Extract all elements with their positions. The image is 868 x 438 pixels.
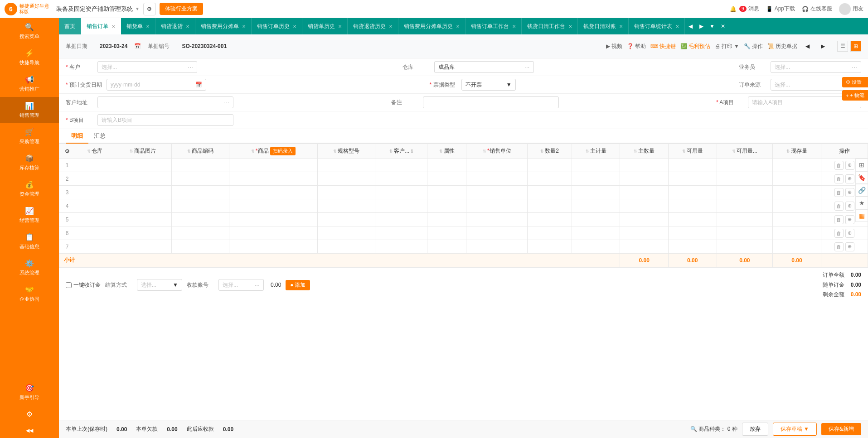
row-warehouse-cell[interactable]: [75, 213, 114, 226]
sidebar-collapse-button[interactable]: ◀◀: [0, 423, 59, 438]
row-available-cell[interactable]: [669, 159, 717, 172]
tab-sales-order[interactable]: 销售订单 ✕: [81, 18, 121, 34]
sidebar-item-inventory[interactable]: 📦 库存核算: [0, 149, 59, 176]
tab-menu-button[interactable]: ▼: [707, 18, 718, 34]
row-available2-cell[interactable]: [717, 240, 773, 254]
row-qty2-cell[interactable]: [528, 172, 572, 186]
row-unit-cell[interactable]: [466, 172, 528, 186]
th-unit[interactable]: ⇅*销售单位: [466, 144, 528, 159]
row-copy-button[interactable]: ⊕: [845, 188, 854, 197]
row-current-cell[interactable]: [773, 186, 821, 199]
th-qty2[interactable]: ⇅数量2: [528, 144, 572, 159]
row-main-unit-cell[interactable]: [572, 199, 620, 213]
row-attr-cell[interactable]: [427, 213, 466, 226]
tab-detail[interactable]: 明细: [66, 129, 88, 144]
row-spec-cell[interactable]: [317, 240, 375, 254]
row-qty2-cell[interactable]: [528, 226, 572, 240]
row-code-cell[interactable]: [172, 199, 229, 213]
shortcut-button[interactable]: ⌨ 快捷键: [650, 43, 676, 50]
row-current-cell[interactable]: [773, 159, 821, 172]
sidebar-item-finance[interactable]: 💰 资金管理: [0, 176, 59, 202]
row-unit-cell[interactable]: [466, 240, 528, 254]
row-qty2-cell[interactable]: [528, 159, 572, 172]
th-product[interactable]: ⇅*商品 扫码录入: [229, 144, 318, 159]
tab-return-history[interactable]: 销货退货历史 ✕: [348, 18, 398, 34]
row-main-unit-cell[interactable]: [572, 240, 620, 254]
row-main-qty-cell[interactable]: [620, 186, 669, 199]
row-copy-button[interactable]: ⊕: [845, 161, 854, 170]
b-project-input[interactable]: 请输入B项目: [97, 114, 233, 126]
th-available2[interactable]: ⇅可用量...: [717, 144, 773, 159]
row-delete-button[interactable]: 🗑: [834, 188, 844, 197]
tab-sales-return[interactable]: 销货退货 ✕: [155, 18, 195, 34]
row-delete-button[interactable]: 🗑: [834, 215, 844, 224]
row-product-cell[interactable]: [229, 186, 318, 199]
row-attr-cell[interactable]: [427, 240, 466, 254]
row-customer-code-cell[interactable]: [375, 240, 427, 254]
invoice-select[interactable]: 不开票 ▼: [461, 79, 516, 91]
discard-button[interactable]: 放弃: [742, 423, 768, 436]
row-customer-code-cell[interactable]: [375, 213, 427, 226]
help-button[interactable]: ❓ 帮助: [627, 43, 646, 50]
row-image-cell[interactable]: [114, 199, 172, 213]
tab-close-icon[interactable]: ✕: [675, 24, 679, 29]
row-product-cell[interactable]: [229, 226, 318, 240]
sidebar-item-marketing[interactable]: 📢 营销推广: [0, 71, 59, 97]
sidebar-item-search[interactable]: 🔍 搜索菜单: [0, 18, 59, 44]
tab-order-workbench[interactable]: 销售订单工作台 ✕: [466, 18, 522, 34]
customer-address-input[interactable]: ···: [97, 96, 233, 108]
row-spec-cell[interactable]: [317, 199, 375, 213]
sidebar-item-purchase[interactable]: 🛒 采购管理: [0, 123, 59, 149]
row-spec-cell[interactable]: [317, 172, 375, 186]
row-main-unit-cell[interactable]: [572, 226, 620, 240]
tab-order-summary[interactable]: 销售订单统计表 ✕: [629, 18, 685, 34]
scan-button[interactable]: 扫码录入: [270, 147, 296, 155]
row-available-cell[interactable]: [669, 172, 717, 186]
one-key-checkbox[interactable]: 一键收订金: [66, 281, 101, 289]
row-image-cell[interactable]: [114, 240, 172, 254]
row-image-cell[interactable]: [114, 186, 172, 199]
row-current-cell[interactable]: [773, 240, 821, 254]
list-view-button[interactable]: ☰: [837, 41, 848, 52]
history-button[interactable]: 📜 历史单据: [767, 43, 797, 50]
row-current-cell[interactable]: [773, 172, 821, 186]
th-main-unit[interactable]: ⇅主计量: [572, 144, 620, 159]
add-account-button[interactable]: ● 添加: [286, 280, 310, 290]
row-attr-cell[interactable]: [427, 226, 466, 240]
tab-close-icon[interactable]: ✕: [112, 24, 115, 29]
row-attr-cell[interactable]: [427, 159, 466, 172]
row-code-cell[interactable]: [172, 240, 229, 254]
row-warehouse-cell[interactable]: [75, 186, 114, 199]
print-button[interactable]: 🖨 打印 ▼: [715, 43, 739, 50]
tab-close-icon[interactable]: ✕: [512, 24, 516, 29]
row-image-cell[interactable]: [114, 159, 172, 172]
row-warehouse-cell[interactable]: [75, 159, 114, 172]
row-unit-cell[interactable]: [466, 159, 528, 172]
tab-close-icon[interactable]: ✕: [293, 24, 296, 29]
row-customer-code-cell[interactable]: [375, 186, 427, 199]
th-main-qty[interactable]: ⇅主数量: [620, 144, 669, 159]
user-menu[interactable]: 用友: [839, 3, 863, 15]
row-available2-cell[interactable]: [717, 159, 773, 172]
header-nav-right[interactable]: ▶: [817, 38, 828, 54]
row-main-qty-cell[interactable]: [620, 213, 669, 226]
row-product-cell[interactable]: [229, 172, 318, 186]
tab-invoice-history[interactable]: 销货单历史 ✕: [302, 18, 348, 34]
tab-close-icon[interactable]: ✕: [389, 24, 393, 29]
row-copy-button[interactable]: ⊕: [845, 202, 854, 211]
app-download-button[interactable]: 📱 App下载: [766, 5, 795, 13]
row-copy-button[interactable]: ⊕: [845, 242, 854, 251]
tab-nav-right[interactable]: ▶: [696, 18, 707, 34]
row-unit-cell[interactable]: [466, 186, 528, 199]
row-available-cell[interactable]: [669, 226, 717, 240]
row-customer-code-cell[interactable]: [375, 199, 427, 213]
staff-input[interactable]: 选择... ···: [771, 61, 861, 73]
row-current-cell[interactable]: [773, 213, 821, 226]
operation-button[interactable]: 🔧 操作: [744, 43, 763, 50]
row-unit-cell[interactable]: [466, 213, 528, 226]
row-spec-cell[interactable]: [317, 186, 375, 199]
row-code-cell[interactable]: [172, 159, 229, 172]
th-available[interactable]: ⇅可用量: [669, 144, 717, 159]
settings-panel-button[interactable]: ⚙ 设置: [842, 77, 868, 87]
add-material-button[interactable]: + + 物流: [842, 90, 868, 101]
